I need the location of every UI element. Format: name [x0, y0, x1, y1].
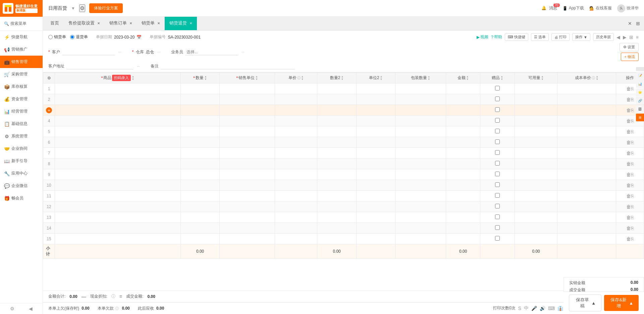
tab-price-extract[interactable]: 售价提取设置 ✕	[64, 17, 105, 30]
row-5-available[interactable]	[515, 126, 557, 137]
right-quick-special[interactable]: ⊞	[636, 114, 644, 121]
row-4-qty[interactable]	[181, 116, 220, 126]
row-4-cost[interactable]	[557, 116, 616, 126]
add-row-btn[interactable]: +	[46, 107, 52, 113]
row-9-copy-btn[interactable]: ⎘	[631, 172, 634, 177]
radio-return[interactable]: 退货单	[70, 34, 88, 40]
row-12-unit[interactable]	[220, 201, 275, 212]
row-15-amount[interactable]	[446, 234, 480, 244]
row-8-unit2[interactable]	[356, 159, 395, 169]
taskbar-icon-1[interactable]: S	[518, 305, 521, 311]
row-4-gift[interactable]	[480, 116, 515, 126]
row-10-gift[interactable]	[480, 180, 515, 191]
row-3-cost[interactable]	[557, 105, 616, 116]
row-3-copy-btn[interactable]: ⎘	[631, 108, 634, 113]
right-quick-star[interactable]: ⭐	[636, 88, 644, 96]
row-13-delete-btn[interactable]: 🗑	[626, 215, 631, 220]
row-15-pack[interactable]	[395, 234, 446, 244]
row-5-unit[interactable]	[220, 126, 275, 137]
row-15-unit2[interactable]	[356, 234, 395, 244]
row-4-gift-checkbox[interactable]	[495, 118, 500, 123]
row-2-pack[interactable]	[395, 94, 446, 105]
row-6-gift-checkbox[interactable]	[495, 139, 500, 144]
row-11-gift[interactable]	[480, 191, 515, 201]
row-14-delete-btn[interactable]: 🗑	[626, 226, 631, 231]
row-9-gift[interactable]	[480, 169, 515, 180]
sidebar-item-collab[interactable]: 🤝 企业协同	[0, 142, 43, 155]
history-btn[interactable]: 历史单据	[593, 33, 614, 41]
row-5-delete-btn[interactable]: 🗑	[626, 129, 631, 134]
row-15-unit[interactable]	[220, 234, 275, 244]
row-7-copy-btn[interactable]: ⎘	[631, 150, 634, 156]
row-11-delete-btn[interactable]: 🗑	[626, 193, 631, 199]
row-6-copy-btn[interactable]: ⎘	[631, 140, 634, 145]
row-1-cost[interactable]	[557, 83, 616, 94]
row-12-cost[interactable]	[557, 201, 616, 212]
row-10-amount[interactable]	[446, 180, 480, 191]
amount-sort[interactable]: ▲▼	[466, 75, 469, 81]
tab-sales-return[interactable]: 销货退货 ✕	[165, 17, 197, 30]
row-15-copy-btn[interactable]: ⎘	[631, 236, 634, 242]
row-4-available[interactable]	[515, 116, 557, 126]
row-14-unit2[interactable]	[356, 223, 395, 234]
column-settings-icon[interactable]: ⚙	[47, 76, 51, 80]
right-quick-messages[interactable]: 消息	[636, 67, 644, 71]
row-12-qty[interactable]	[181, 201, 220, 212]
row-4-unit[interactable]	[220, 116, 275, 126]
row-8-delete-btn[interactable]: 🗑	[626, 161, 631, 167]
row-3-product[interactable]	[55, 105, 181, 116]
user-area[interactable]: 头 徐泽华	[617, 4, 639, 12]
row-11-amount[interactable]	[446, 191, 480, 201]
row-9-available[interactable]	[515, 169, 557, 180]
row-14-qty[interactable]	[181, 223, 220, 234]
row-8-qty[interactable]	[181, 159, 220, 169]
row-8-amount[interactable]	[446, 159, 480, 169]
right-quick-link[interactable]: 🔗	[636, 97, 644, 105]
row-1-product[interactable]	[55, 83, 181, 94]
row-14-price[interactable]	[275, 223, 317, 234]
row-9-cost[interactable]	[557, 169, 616, 180]
row-6-amount[interactable]	[446, 137, 480, 148]
row-7-available[interactable]	[515, 148, 557, 159]
row-10-price[interactable]	[275, 180, 317, 191]
row-12-gift-checkbox[interactable]	[495, 204, 500, 208]
row-10-pack[interactable]	[395, 180, 446, 191]
row-11-qty2[interactable]	[317, 191, 356, 201]
row-10-delete-btn[interactable]: 🗑	[626, 183, 631, 188]
row-4-product[interactable]	[55, 116, 181, 126]
row-3-amount[interactable]	[446, 105, 480, 116]
calendar-icon[interactable]: 📅	[137, 35, 142, 40]
row-3-gift[interactable]	[480, 105, 515, 116]
row-7-gift[interactable]	[480, 148, 515, 159]
row-7-qty2[interactable]	[317, 148, 356, 159]
row-6-gift[interactable]	[480, 137, 515, 148]
row-6-cost[interactable]	[557, 137, 616, 148]
row-6-pack[interactable]	[395, 137, 446, 148]
row-15-cost[interactable]	[557, 234, 616, 244]
row-9-qty2[interactable]	[317, 169, 356, 180]
row-11-copy-btn[interactable]: ⎘	[631, 193, 634, 199]
qty-sort[interactable]: ▲▼	[204, 75, 207, 81]
row-2-unit[interactable]	[220, 94, 275, 105]
row-12-copy-btn[interactable]: ⎘	[631, 204, 634, 209]
logistics-btn[interactable]: + 物流	[621, 53, 639, 61]
row-7-gift-checkbox[interactable]	[495, 150, 500, 155]
row-2-amount[interactable]	[446, 94, 480, 105]
row-3-unit[interactable]	[220, 105, 275, 116]
notification-area[interactable]: 🔔 70 消息	[541, 5, 557, 11]
row-13-price[interactable]	[275, 212, 317, 223]
row-6-qty2[interactable]	[317, 137, 356, 148]
row-12-unit2[interactable]	[356, 201, 395, 212]
right-quick-record[interactable]: 📝	[636, 72, 644, 79]
row-8-product[interactable]	[55, 159, 181, 169]
row-12-product[interactable]	[55, 201, 181, 212]
row-8-copy-btn[interactable]: ⎘	[631, 161, 634, 167]
remark-input[interactable]	[161, 63, 295, 69]
row-13-copy-btn[interactable]: ⎘	[631, 215, 634, 220]
row-4-qty2[interactable]	[317, 116, 356, 126]
row-11-unit[interactable]	[220, 191, 275, 201]
row-4-unit2[interactable]	[356, 116, 395, 126]
row-2-gift[interactable]	[480, 94, 515, 105]
row-10-copy-btn[interactable]: ⎘	[631, 183, 634, 188]
save-draft-btn[interactable]: 保存草稿 ▲	[569, 295, 601, 311]
